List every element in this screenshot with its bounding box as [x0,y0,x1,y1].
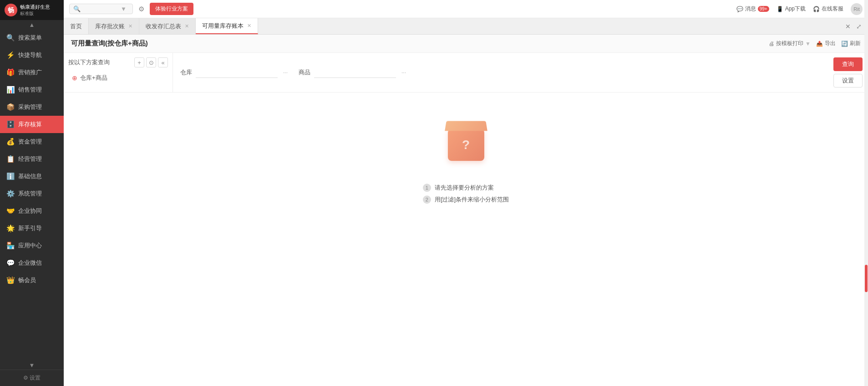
product-label: 商品 [299,68,310,77]
topbar-right: 💬 消息 99+ 📱 App下载 🎧 在线客服 Rit [736,3,863,15]
scrollbar-thumb [865,265,868,292]
scheme-item-warehouse-product[interactable]: ⊕ 仓库+商品 [68,71,168,85]
sidebar-item-enterprise-coop[interactable]: 🤝 企业协同 [0,202,64,220]
add-icon: + [137,59,141,66]
right-scrollbar[interactable] [864,0,868,386]
sidebar-scroll-down[interactable]: ▼ [0,360,64,370]
empty-illustration [439,120,493,175]
export-button[interactable]: 📤 导出 [816,40,836,47]
sidebar-item-appcenter[interactable]: 🏪 应用中心 [0,237,64,254]
sidebar-item-label: 企业微信 [18,259,42,267]
hint-text-1: 请先选择要分析的方案 [435,184,494,192]
gear-icon[interactable]: ⚙ [137,3,146,15]
headset-icon: 🎧 [813,6,820,12]
shortcut-icon: ⚡ [6,51,15,59]
sidebar-item-label: 新手引导 [18,224,42,232]
warehouse-input[interactable] [196,67,278,78]
sidebar-item-shortcut[interactable]: ⚡ 快捷导航 [0,46,64,64]
product-input[interactable] [314,67,396,78]
fields-panel: 仓库 ··· 商品 ··· [173,53,828,92]
finance-icon: 💰 [6,138,15,146]
sidebar-item-sales[interactable]: 📊 销售管理 [0,81,64,98]
warehouse-label: 仓库 [180,68,192,77]
app-name: 畅康通好生意 [20,4,50,10]
scheme-item-label: 仓库+商品 [80,74,107,82]
scheme-header: 按以下方案查询 + ⊙ « [68,57,168,67]
member-icon: 👑 [6,276,15,284]
warehouse-more-button[interactable]: ··· [281,69,289,76]
print-icon: 🖨 [769,41,774,47]
sidebar-item-purchase[interactable]: 📦 采购管理 [0,98,64,116]
tab-available-ledger[interactable]: 可用量库存账本 ✕ [196,18,258,34]
tab-home[interactable]: 首页 [64,18,89,34]
product-more-button[interactable]: ··· [400,69,408,76]
topbar-search-box[interactable]: 🔍 ▼ [69,4,133,14]
basic-icon: ℹ️ [6,172,15,180]
hint-num-2: 2 [423,196,431,204]
sidebar-scroll-up[interactable]: ▲ [0,20,64,29]
topbar: 🔍 ▼ ⚙ 体验行业方案 💬 消息 99+ 📱 App下载 🎧 在线客服 Rit [64,0,868,18]
sidebar-item-marketing[interactable]: 🎁 营销推广 [0,64,64,81]
scheme-settings-button[interactable]: ⊙ [146,57,156,67]
sidebar-item-label: 企业协同 [18,207,42,215]
refresh-button[interactable]: 🔄 刷新 [841,40,861,47]
tab-batch-ledger-label: 库存批次账 [95,22,125,31]
newguide-icon: 🌟 [6,224,15,232]
main-area: 🔍 ▼ ⚙ 体验行业方案 💬 消息 99+ 📱 App下载 🎧 在线客服 Rit [64,0,868,386]
sidebar-item-label: 快捷导航 [18,51,42,59]
page-header-actions: 🖨 按模板打印 ▼ 📤 导出 🔄 刷新 [769,40,861,47]
sidebar-item-label: 畅会员 [18,276,36,284]
sidebar-item-search[interactable]: 🔍 搜索菜单 [0,29,64,46]
sidebar-item-system[interactable]: ⚙️ 系统管理 [0,185,64,202]
tabbar: 首页 库存批次账 ✕ 收发存汇总表 ✕ 可用量库存账本 ✕ ✕ ⤢ [64,18,868,35]
tab-batch-ledger[interactable]: 库存批次账 ✕ [89,18,139,34]
sidebar-item-basic[interactable]: ℹ️ 基础信息 [0,168,64,185]
sidebar-item-inventory[interactable]: 🗄️ 库存核算 [0,116,64,133]
sidebar-item-member[interactable]: 👑 畅会员 [0,272,64,289]
hint-text-2: 用[过滤]条件来缩小分析范围 [435,196,509,204]
app-download-icon: 📱 [777,6,783,12]
tab-deposit-summary-close[interactable]: ✕ [185,23,189,29]
search-input[interactable] [82,6,119,12]
scheme-title: 按以下方案查询 [68,58,110,67]
warehouse-field-group: 仓库 ··· [180,67,289,78]
message-label: 消息 [745,5,756,13]
sidebar: 畅 畅康通好生意 标准版 ▲ 🔍 搜索菜单 ⚡ 快捷导航 🎁 营销推广 📊 销售… [0,0,64,386]
message-button[interactable]: 💬 消息 99+ [736,5,769,13]
sidebar-item-ops[interactable]: 📋 经营管理 [0,150,64,168]
sidebar-item-newguide[interactable]: 🌟 新手引导 [0,220,64,237]
query-button[interactable]: 查询 [833,57,863,71]
tab-expand-button[interactable]: ⤢ [854,21,863,32]
refresh-label: 刷新 [850,40,861,47]
print-template-button[interactable]: 🖨 按模板打印 ▼ [769,40,811,47]
online-service-label: 在线客服 [822,5,843,13]
settings-button[interactable]: 设置 [833,74,863,87]
hint-item-1: 1 请先选择要分析的方案 [423,184,509,192]
sidebar-footer[interactable]: ⚙ 设置 [0,370,64,386]
print-dropdown-icon: ▼ [805,41,811,47]
marketing-icon: 🎁 [6,68,15,77]
sidebar-item-enterprise-wechat[interactable]: 💬 企业微信 [0,254,64,272]
ops-icon: 📋 [6,155,15,163]
sidebar-item-finance[interactable]: 💰 资金管理 [0,133,64,150]
purchase-icon: 📦 [6,103,15,111]
sidebar-item-label: 采购管理 [18,103,42,111]
submit-panel: 查询 设置 [828,53,868,92]
tab-deposit-summary[interactable]: 收发存汇总表 ✕ [139,18,196,34]
scheme-item-icon: ⊕ [72,74,77,82]
empty-hints: 1 请先选择要分析的方案 2 用[过滤]条件来缩小分析范围 [423,184,509,204]
scheme-collapse-button[interactable]: « [158,57,168,67]
search-icon: 🔍 [73,5,81,12]
user-avatar[interactable]: Rit [851,3,863,15]
online-service-button[interactable]: 🎧 在线客服 [813,5,843,13]
sidebar-header: 畅 畅康通好生意 标准版 [0,0,64,20]
tab-batch-ledger-close[interactable]: ✕ [128,23,132,29]
tab-available-ledger-close[interactable]: ✕ [247,23,251,29]
tab-close-button[interactable]: ✕ [843,21,853,32]
industry-solution-button[interactable]: 体验行业方案 [150,3,193,15]
sidebar-item-label: 营销推广 [18,68,42,77]
app-download-label: App下载 [785,5,806,13]
scheme-add-button[interactable]: + [134,57,144,67]
app-download-button[interactable]: 📱 App下载 [777,5,806,13]
dropdown-icon[interactable]: ▼ [121,5,127,12]
